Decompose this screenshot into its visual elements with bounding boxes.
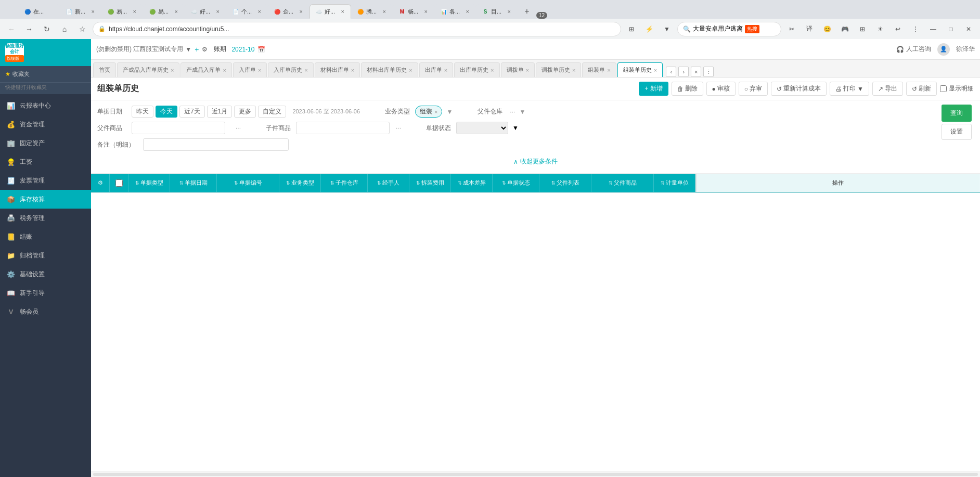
filter-settings-button[interactable]: 设置 bbox=[942, 124, 972, 140]
assembly-close[interactable]: × bbox=[607, 67, 610, 73]
tab12-close[interactable]: × bbox=[507, 8, 512, 15]
export-button[interactable]: ↗ 导出 bbox=[872, 82, 903, 96]
app-tab-product-in[interactable]: 产成品入库单 × bbox=[180, 62, 231, 77]
col-bill-status[interactable]: ⇅ 单据状态 bbox=[493, 174, 539, 192]
sidebar-item-member[interactable]: V 畅会员 bbox=[0, 302, 91, 321]
tab2-close[interactable]: × bbox=[91, 8, 96, 15]
parent-warehouse-dots[interactable]: ··· bbox=[510, 108, 515, 115]
app-tab-product-in-history[interactable]: 产成品入库单历史 × bbox=[117, 62, 179, 77]
assembly-history-close[interactable]: × bbox=[654, 67, 657, 73]
date-1month-btn[interactable]: 近1月 bbox=[207, 106, 233, 118]
sidebar-item-funds[interactable]: 💰 资金管理 bbox=[0, 115, 91, 134]
date-yesterday-btn[interactable]: 昨天 bbox=[132, 106, 153, 118]
home-button[interactable]: ⌂ bbox=[57, 22, 72, 36]
maximize-btn[interactable]: □ bbox=[944, 22, 958, 36]
sidebar-favorites[interactable]: ★ 收藏夹 bbox=[0, 66, 91, 83]
abandon-button[interactable]: ○ 弃审 bbox=[739, 82, 768, 96]
select-all-checkbox[interactable] bbox=[115, 179, 123, 187]
lightning-icon[interactable]: ⚡ bbox=[642, 22, 656, 36]
period-value[interactable]: 2021-10 bbox=[231, 46, 254, 53]
app-tab-home[interactable]: 首页 bbox=[93, 62, 116, 77]
app-tab-out-history[interactable]: 出库单历史 × bbox=[454, 62, 499, 77]
date-7days-btn[interactable]: 近7天 bbox=[179, 106, 205, 118]
material-out-close[interactable]: × bbox=[351, 67, 354, 73]
tab3-close[interactable]: × bbox=[132, 8, 137, 15]
browser-tab-1[interactable]: 🔵 在... bbox=[18, 4, 60, 19]
tab-next-btn[interactable]: › bbox=[678, 67, 689, 77]
browser-tab-9[interactable]: 🟠 腾... × bbox=[351, 4, 393, 19]
material-out-history-close[interactable]: × bbox=[409, 67, 412, 73]
game-icon[interactable]: 🎮 bbox=[837, 22, 852, 36]
scrollbar-track[interactable] bbox=[93, 473, 978, 476]
parent-warehouse-dropdown[interactable]: ▼ bbox=[519, 108, 525, 115]
tab-settings-btn[interactable]: ⋮ bbox=[703, 67, 714, 77]
show-detail-checkbox[interactable]: 显示明细 bbox=[940, 84, 974, 93]
col-cost-diff[interactable]: ⇅ 成本差异 bbox=[451, 174, 493, 192]
minimize-btn[interactable]: — bbox=[926, 22, 940, 36]
col-handler[interactable]: ⇅ 经手人 bbox=[368, 174, 409, 192]
refresh-button[interactable]: ↺ 刷新 bbox=[906, 82, 937, 96]
col-child-warehouse[interactable]: ⇅ 子件仓库 bbox=[321, 174, 368, 192]
col-number[interactable]: ⇅ 单据编号 bbox=[217, 174, 279, 192]
col-parent-goods[interactable]: ⇅ 父件商品 bbox=[591, 174, 654, 192]
in-history-close[interactable]: × bbox=[304, 67, 307, 73]
add-company-btn[interactable]: + bbox=[195, 45, 199, 54]
collapse-conditions-btn[interactable]: ∧ 收起更多条件 bbox=[509, 155, 562, 168]
note-input[interactable] bbox=[143, 138, 289, 151]
tab10-close[interactable]: × bbox=[423, 8, 429, 15]
biz-type-tag-close[interactable]: × bbox=[434, 109, 437, 115]
child-goods-input[interactable] bbox=[296, 122, 390, 134]
child-goods-more[interactable]: ··· bbox=[396, 124, 401, 132]
gear-btn[interactable]: ⚙ bbox=[202, 46, 208, 53]
tab-manage-icon[interactable]: ⊞ bbox=[624, 22, 639, 36]
tab-prev-btn[interactable]: ‹ bbox=[666, 67, 676, 77]
browser-tab-4[interactable]: 🟢 易... × bbox=[143, 4, 185, 19]
tab-close-all-btn[interactable]: × bbox=[691, 67, 701, 77]
col-biz[interactable]: ⇅ 业务类型 bbox=[279, 174, 321, 192]
close-btn[interactable]: ✕ bbox=[961, 22, 976, 36]
app-tab-material-out-history[interactable]: 材料出库单历史 × bbox=[361, 62, 418, 77]
date-more-btn[interactable]: 更多 bbox=[234, 106, 256, 118]
undo-icon[interactable]: ↩ bbox=[891, 22, 905, 36]
browser-tab-2[interactable]: 📄 新... × bbox=[60, 4, 101, 19]
col-parent-list[interactable]: ⇅ 父件列表 bbox=[539, 174, 591, 192]
tab8-close[interactable]: × bbox=[340, 8, 345, 15]
tab6-close[interactable]: × bbox=[257, 8, 262, 15]
back-button[interactable]: ← bbox=[4, 22, 19, 36]
tab7-close[interactable]: × bbox=[299, 8, 304, 15]
in-close[interactable]: × bbox=[258, 67, 261, 73]
app-tab-assembly-history[interactable]: 组装单历史 × bbox=[617, 62, 663, 77]
sidebar-item-reports[interactable]: 📊 云报表中心 bbox=[0, 96, 91, 115]
app-tab-in-history[interactable]: 入库单历史 × bbox=[268, 62, 313, 77]
scissors-icon[interactable]: ✂ bbox=[784, 22, 799, 36]
translate-icon[interactable]: 译 bbox=[802, 22, 817, 36]
calendar-icon[interactable]: 📅 bbox=[257, 46, 265, 53]
recalculate-button[interactable]: ↺ 重新计算成本 bbox=[771, 82, 827, 96]
sidebar-item-invoice[interactable]: 🧾 发票管理 bbox=[0, 171, 91, 190]
sun-icon[interactable]: ☀ bbox=[873, 22, 887, 36]
sidebar-item-settings[interactable]: ⚙️ 基础设置 bbox=[0, 265, 91, 283]
browser-tab-5[interactable]: ☁️ 好... × bbox=[185, 4, 226, 19]
new-button[interactable]: + 新增 bbox=[639, 82, 668, 96]
print-button[interactable]: 🖨 打印 ▼ bbox=[830, 82, 869, 96]
col-date[interactable]: ⇅ 单据日期 bbox=[170, 174, 217, 192]
audit-button[interactable]: ● 审核 bbox=[706, 82, 736, 96]
parent-goods-more[interactable]: ··· bbox=[236, 124, 241, 132]
app-tab-assembly[interactable]: 组装单 × bbox=[582, 62, 616, 77]
sidebar-item-archive[interactable]: 📁 归档管理 bbox=[0, 246, 91, 265]
col-unit[interactable]: ⇅ 计量单位 bbox=[654, 174, 695, 192]
date-today-btn[interactable]: 今天 bbox=[156, 106, 177, 118]
out-close[interactable]: × bbox=[444, 67, 447, 73]
app-tab-material-out[interactable]: 材料出库单 × bbox=[315, 62, 360, 77]
biz-type-dropdown[interactable]: ▼ bbox=[446, 108, 453, 115]
emoji-icon[interactable]: 😊 bbox=[820, 22, 834, 36]
sidebar-item-tax[interactable]: 🖨️ 税务管理 bbox=[0, 209, 91, 227]
browser-tab-7[interactable]: 🔴 企... × bbox=[268, 4, 310, 19]
reload-button[interactable]: ↻ bbox=[40, 22, 54, 36]
dropdown-btn[interactable]: ▼ bbox=[660, 22, 674, 36]
sidebar-item-inventory[interactable]: 📦 库存核算 bbox=[0, 190, 91, 209]
app-tab-transfer[interactable]: 调拨单 × bbox=[501, 62, 535, 77]
browser-tab-8[interactable]: ☁️ 好... × bbox=[310, 4, 351, 19]
user-name[interactable]: 徐泽华 bbox=[956, 45, 975, 54]
col-checkbox[interactable] bbox=[110, 174, 128, 192]
